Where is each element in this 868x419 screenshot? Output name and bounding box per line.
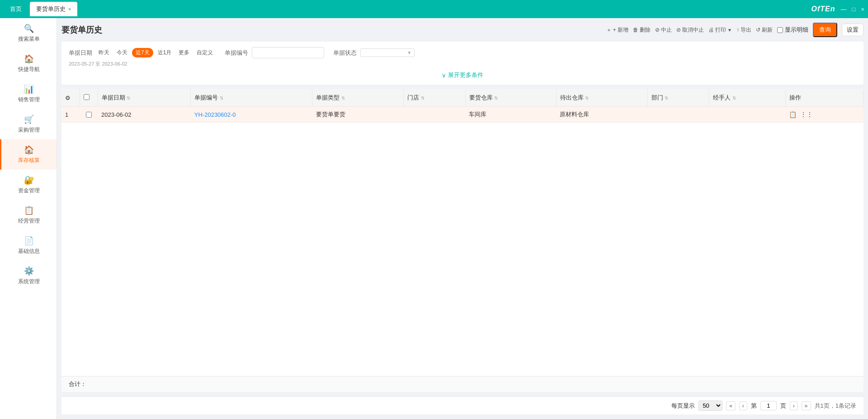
new-button[interactable]: ＋ + 新增 [606,26,628,34]
query-label: 查询 [819,26,831,34]
table-wrapper: ⚙ 单据日期 ⇅ 单据编号 ⇅ 单据类型 ⇅ 门店 ⇅ 要货仓库 ⇅ 待出仓库 … [61,89,863,376]
sidebar-item-basic-info[interactable]: 📄 基础信息 [0,230,57,261]
content-area: 要货单历史 ＋ + 新增 🗑 删除 ⊘ 中止 ⊘ 取消中止 [57,18,868,419]
purchase-icon: 🛒 [24,114,34,124]
col-req-warehouse[interactable]: 要货仓库 ⇅ [465,89,556,107]
row-detail-icon[interactable]: ⋮⋮ [800,111,813,118]
pagination-bar: 每页显示 50 100 « ‹ 第 页 › » 共1页，1条记录 [61,396,863,414]
maximize-btn[interactable]: □ [852,6,856,13]
sidebar-item-finance[interactable]: 🔐 资金管理 [0,170,57,200]
col-type[interactable]: 单据类型 ⇅ [312,89,404,107]
suspend-button[interactable]: ⊘ 中止 [655,26,672,34]
sidebar-item-operations[interactable]: 📋 经营管理 [0,200,57,230]
sidebar-item-sales[interactable]: 📊 销售管理 [0,79,57,109]
col-store[interactable]: 门店 ⇅ [404,89,465,107]
status-select[interactable]: ▼ [360,48,415,57]
refresh-button[interactable]: ↺ 刷新 [756,26,773,34]
row-checkbox[interactable] [86,112,92,118]
col-handler[interactable]: 经手人 ⇅ [709,89,786,107]
sidebar-item-quick-nav[interactable]: 🏠 快捷导航 [0,48,57,79]
col-date-label: 单据日期 [102,94,125,101]
sidebar-item-search-menu[interactable]: 🔍 搜索菜单 [0,18,57,48]
row-no: YH-20230602-0 [191,107,312,123]
date-range-text: 2023-05-27 至 2023-06-02 [69,61,127,67]
print-dropdown-icon: ▼ [727,28,732,33]
page-suffix: 页 [780,402,786,410]
display-detail-checkbox[interactable] [777,27,783,33]
settings-button[interactable]: 设置 [842,24,863,36]
sort-store-icon: ⇅ [421,95,425,100]
sidebar-item-sales-label: 销售管理 [18,96,40,104]
table-body: 1 2023-06-02 YH-20230602-0 要货单要货 车间库 原材料… [61,107,863,123]
date-shortcuts: 昨天 今天 近7天 近1月 更多 自定义 [96,48,216,57]
status-label: 单据状态 [333,49,357,57]
suspend-label: 中止 [661,26,672,34]
delete-button[interactable]: 🗑 删除 [633,26,651,34]
sort-pending-wh-icon: ⇅ [585,95,589,100]
prev-page-btn[interactable]: ‹ [739,401,747,410]
col-no[interactable]: 单据编号 ⇅ [191,89,312,107]
print-button[interactable]: 🖨 打印 ▼ [708,26,732,34]
expand-more-btn[interactable]: ∨ 展开更多条件 [69,71,856,79]
date-btn-more[interactable]: 更多 [176,48,192,57]
sort-type-icon: ⇅ [341,95,345,100]
per-page-select[interactable]: 50 100 [698,400,722,411]
col-no-label: 单据编号 [194,94,218,101]
col-pending-wh-label: 待出仓库 [560,94,584,101]
page-number-input[interactable] [760,401,777,410]
date-btn-custom[interactable]: 自定义 [194,48,216,57]
unsuspend-button[interactable]: ⊘ 取消中止 [676,26,704,34]
row-req-warehouse: 车间库 [465,107,556,123]
export-button[interactable]: ↑ 导出 [736,26,751,34]
col-department[interactable]: 部门 ⇅ [647,89,709,107]
quick-nav-icon: 🏠 [24,54,34,64]
close-btn[interactable]: × [861,6,864,13]
row-no-link[interactable]: YH-20230602-0 [194,111,236,118]
toolbar: ＋ + 新增 🗑 删除 ⊘ 中止 ⊘ 取消中止 🖨 打印 [606,23,863,37]
col-handler-label: 经手人 [713,94,731,101]
unsuspend-icon: ⊘ [676,27,681,33]
date-btn-yesterday[interactable]: 昨天 [96,48,112,57]
sort-dept-icon: ⇅ [665,95,668,100]
sidebar: 🔍 搜索菜单 🏠 快捷导航 📊 销售管理 🛒 采购管理 🏠 库存核算 🔐 资金管… [0,18,57,419]
query-button[interactable]: 查询 [813,23,837,37]
date-btn-1month[interactable]: 近1月 [155,48,175,57]
print-icon: 🖨 [708,27,714,33]
sidebar-item-inventory[interactable]: 🏠 库存核算 [0,139,57,170]
export-label: 导出 [741,26,751,34]
col-pending-warehouse[interactable]: 待出仓库 ⇅ [556,89,647,107]
table-area: ⚙ 单据日期 ⇅ 单据编号 ⇅ 单据类型 ⇅ 门店 ⇅ 要货仓库 ⇅ 待出仓库 … [61,89,863,392]
filter-area: 单据日期 昨天 今天 近7天 近1月 更多 自定义 单据编号 [61,42,863,85]
order-no-label: 单据编号 [225,49,248,57]
col-type-label: 单据类型 [316,94,340,101]
tab-home[interactable]: 首页 [4,2,28,16]
order-no-input[interactable] [252,47,324,58]
brand-label: OfTEn [811,5,835,13]
date-btn-today[interactable]: 今天 [114,48,130,57]
tab-close-icon[interactable]: × [68,6,71,12]
row-pending-warehouse: 原材料仓库 [556,107,647,123]
main-layout: 🔍 搜索菜单 🏠 快捷导航 📊 销售管理 🛒 采购管理 🏠 库存核算 🔐 资金管… [0,18,868,419]
date-btn-7days[interactable]: 近7天 [132,48,153,57]
last-page-btn[interactable]: » [802,401,811,410]
row-type: 要货单要货 [312,107,404,123]
new-label: + 新增 [613,26,628,34]
display-detail-toggle[interactable]: 显示明细 [777,26,808,34]
operations-icon: 📋 [24,205,34,215]
tab-order-history[interactable]: 要货单历史 × [30,2,77,16]
table-header: ⚙ 单据日期 ⇅ 单据编号 ⇅ 单据类型 ⇅ 门店 ⇅ 要货仓库 ⇅ 待出仓库 … [61,89,863,107]
col-gear[interactable]: ⚙ [61,89,80,107]
next-page-btn[interactable]: › [790,401,798,410]
row-edit-icon[interactable]: 📋 [789,111,797,118]
sidebar-item-inventory-label: 库存核算 [18,157,40,164]
sidebar-item-system[interactable]: ⚙️ 系统管理 [0,261,57,291]
first-page-btn[interactable]: « [726,401,736,410]
col-store-label: 门店 [407,94,419,101]
sidebar-item-purchase-label: 采购管理 [18,126,40,134]
table-row: 1 2023-06-02 YH-20230602-0 要货单要货 车间库 原材料… [61,107,863,123]
col-date[interactable]: 单据日期 ⇅ [98,89,191,107]
window-controls: OfTEn — □ × [811,5,864,13]
minimize-btn[interactable]: — [841,6,847,13]
sidebar-item-purchase[interactable]: 🛒 采购管理 [0,109,57,139]
select-all-checkbox[interactable] [84,94,90,100]
